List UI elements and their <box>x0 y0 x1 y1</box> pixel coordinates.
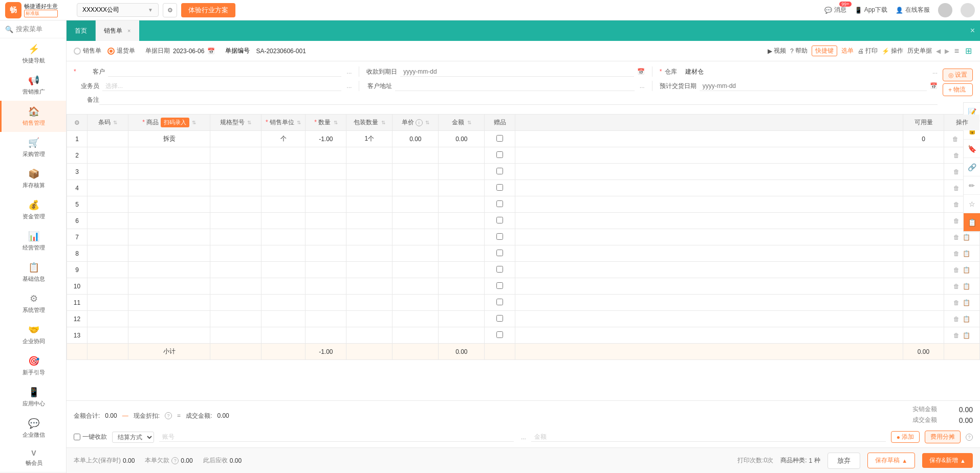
avatar-2[interactable] <box>961 3 975 17</box>
gift-checkbox-4[interactable] <box>496 184 503 191</box>
expected-date-calendar-icon[interactable]: 📅 <box>930 82 938 89</box>
warehouse-more-icon[interactable]: ... <box>932 68 938 75</box>
add-button[interactable]: ● 添加 <box>891 431 920 443</box>
customer-input[interactable] <box>108 67 342 77</box>
tab-close-icon[interactable]: × <box>127 28 130 34</box>
nav-next-icon[interactable]: ▶ <box>945 48 949 55</box>
settings-icon[interactable]: ⚙ <box>163 3 177 17</box>
copy-icon[interactable]: 📋 <box>963 250 970 257</box>
message-button[interactable]: 💬 消息 99+ <box>824 6 846 14</box>
tab-sales-order[interactable]: 销售单 × <box>96 20 139 41</box>
action-shortcut[interactable]: 快捷键 <box>812 46 837 56</box>
receive-date-input[interactable] <box>400 67 634 77</box>
delete-icon[interactable]: 🗑 <box>953 316 960 323</box>
gift-checkbox-5[interactable] <box>496 200 503 207</box>
sidebar-item-quick-nav[interactable]: ⚡ 快捷导航 <box>0 38 66 70</box>
save-draft-button[interactable]: 保存草稿 ▲ <box>867 453 915 468</box>
row-barcode-1[interactable] <box>88 131 128 147</box>
copy-icon[interactable]: 📋 <box>963 234 970 241</box>
debt-info-icon[interactable]: ? <box>171 457 179 464</box>
avatar[interactable] <box>938 3 952 17</box>
logistics-button[interactable]: + 物流 <box>943 83 973 96</box>
price-sort-icon[interactable]: ⇅ <box>425 120 429 125</box>
sidebar-item-wechat[interactable]: 💬 企业微信 <box>0 413 66 444</box>
row-product-1[interactable]: 拆贡 <box>128 131 210 147</box>
copy-icon[interactable]: 📋 <box>963 266 970 274</box>
account-more-icon[interactable]: ... <box>521 434 526 441</box>
scan-button[interactable]: 扫码录入 <box>161 118 189 127</box>
payment-checkbox-label[interactable]: 一键收款 <box>74 433 107 441</box>
qty-sort-icon[interactable]: ⇅ <box>334 120 338 125</box>
right-float-orange[interactable]: 📋 <box>964 213 980 232</box>
barcode-sort-icon[interactable]: ⇅ <box>113 120 117 125</box>
product-sort-icon[interactable]: ⇅ <box>192 120 196 125</box>
delete-icon[interactable]: 🗑 <box>953 185 960 192</box>
delete-icon[interactable]: 🗑 <box>953 217 960 224</box>
company-selector[interactable]: XXXXXX公司 ▼ <box>77 3 159 17</box>
delete-row-1-icon[interactable]: 🗑 <box>952 136 959 143</box>
row-gift-1[interactable] <box>485 131 515 147</box>
th-gear[interactable]: ⚙ <box>67 115 88 131</box>
app-download-button[interactable]: 📱 App下载 <box>855 6 887 14</box>
delete-icon[interactable]: 🗑 <box>953 283 960 290</box>
action-select[interactable]: 选单 <box>841 47 854 55</box>
gift-checkbox-11[interactable] <box>496 299 503 305</box>
sidebar-item-operations[interactable]: 📊 经营管理 <box>0 226 66 257</box>
action-history[interactable]: 历史单据 <box>907 47 932 55</box>
right-float-star[interactable]: ☆ <box>964 195 980 213</box>
sidebar-item-purchase[interactable]: 🛒 采购管理 <box>0 132 66 163</box>
payment-checkbox[interactable] <box>74 434 80 440</box>
settings-button[interactable]: ◎ 设置 <box>943 69 973 81</box>
action-help[interactable]: ? 帮助 <box>790 47 808 55</box>
gift-checkbox-8[interactable] <box>496 250 503 256</box>
spec-sort-icon[interactable]: ⇅ <box>247 120 251 125</box>
sidebar-item-basic[interactable]: 📋 基础信息 <box>0 257 66 288</box>
sidebar-item-system[interactable]: ⚙ 系统管理 <box>0 288 66 319</box>
gift-checkbox-6[interactable] <box>496 217 503 223</box>
row-unit-1[interactable]: 个 <box>262 131 306 147</box>
gift-checkbox-1[interactable] <box>496 135 503 142</box>
nav-prev-icon[interactable]: ◀ <box>936 48 941 55</box>
customer-more-icon[interactable]: ... <box>346 68 352 75</box>
delete-icon[interactable]: 🗑 <box>953 299 960 306</box>
amount-input[interactable] <box>531 432 886 442</box>
unit-sort-icon[interactable]: ⇅ <box>297 120 301 125</box>
action-operations[interactable]: ⚡ 操作 <box>882 47 903 55</box>
sidebar-item-app-center[interactable]: 📱 应用中心 <box>0 381 66 413</box>
price-info-icon[interactable]: i <box>416 119 423 126</box>
action-video[interactable]: ▶ 视频 <box>768 47 786 55</box>
receive-date-calendar-icon[interactable]: 📅 <box>637 68 645 75</box>
salesperson-more-icon[interactable]: ... <box>346 82 352 89</box>
sidebar-item-sales[interactable]: 🏠 销售管理 <box>0 101 66 132</box>
online-service-button[interactable]: 👤 在线客服 <box>896 6 930 14</box>
amount-sort-icon[interactable]: ⇅ <box>467 120 471 125</box>
gift-checkbox-9[interactable] <box>496 266 503 273</box>
row-price-1[interactable]: 0.00 <box>393 131 439 147</box>
customer-addr-more-icon[interactable]: ... <box>640 82 645 89</box>
sidebar-item-inventory[interactable]: 📦 库存核算 <box>0 163 66 194</box>
trial-button[interactable]: 体验行业方案 <box>181 3 235 17</box>
salesperson-input[interactable] <box>102 81 341 91</box>
row-spec-1[interactable] <box>210 131 262 147</box>
delete-icon[interactable]: 🗑 <box>953 234 960 241</box>
gift-checkbox-13[interactable] <box>496 331 503 338</box>
row-pkgqty-1[interactable]: 1个 <box>346 131 393 147</box>
row-qty-1[interactable]: -1.00 <box>306 131 346 147</box>
save-new-button[interactable]: 保存&新增 ▲ <box>922 453 973 468</box>
customer-addr-input[interactable] <box>395 81 634 91</box>
radio-sales[interactable]: 销售单 <box>74 47 101 55</box>
discount-info-icon[interactable]: ? <box>165 412 172 419</box>
calc-method-select[interactable]: 结算方式 <box>112 432 154 443</box>
delete-icon[interactable]: 🗑 <box>953 266 960 274</box>
copy-icon[interactable]: 📋 <box>963 332 970 339</box>
radio-return[interactable]: 退货单 <box>107 47 135 55</box>
grid-view-icon[interactable]: ⊞ <box>964 45 973 57</box>
copy-icon[interactable]: 📋 <box>963 283 970 290</box>
date-calendar-icon[interactable]: 📅 <box>207 48 215 55</box>
copy-icon[interactable]: 📋 <box>963 299 970 306</box>
delete-icon[interactable]: 🗑 <box>953 201 960 208</box>
pkgqty-sort-icon[interactable]: ⇅ <box>381 120 385 125</box>
sidebar-item-marketing[interactable]: 📢 营销推广 <box>0 70 66 101</box>
abandon-button[interactable]: 放弃 <box>827 453 860 469</box>
action-print[interactable]: 🖨 打印 <box>858 47 878 55</box>
